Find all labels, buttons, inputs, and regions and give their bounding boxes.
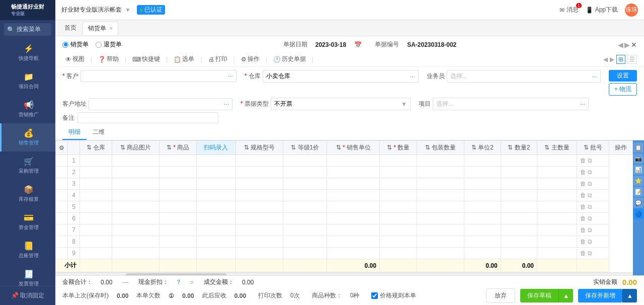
delete-row-icon[interactable]: 🗑 bbox=[580, 250, 586, 257]
copy-row-icon[interactable]: ⧉ bbox=[588, 226, 592, 234]
delete-row-icon[interactable]: 🗑 bbox=[580, 226, 586, 234]
th-gear[interactable]: ⚙ bbox=[56, 141, 68, 155]
data-cell[interactable] bbox=[283, 248, 327, 259]
data-cell[interactable] bbox=[417, 155, 464, 167]
th-product-sort[interactable]: ⇅ bbox=[167, 144, 172, 151]
data-cell[interactable] bbox=[283, 190, 327, 201]
history-btn[interactable]: 🕐 历史单据 bbox=[270, 54, 309, 64]
data-cell[interactable] bbox=[159, 201, 197, 213]
sidebar-item-quick-nav[interactable]: ⚡ 快捷导航 bbox=[0, 39, 55, 67]
data-cell[interactable] bbox=[537, 213, 577, 224]
data-cell[interactable] bbox=[537, 155, 577, 167]
sidebar-item-marketing[interactable]: 📢 营销推广 bbox=[0, 95, 55, 123]
data-cell[interactable] bbox=[417, 248, 464, 259]
operate-btn[interactable]: ⚙ 操作 bbox=[238, 54, 263, 64]
data-cell[interactable] bbox=[112, 178, 159, 190]
project-ellipsis[interactable]: ··· bbox=[580, 101, 585, 108]
data-cell[interactable] bbox=[283, 155, 327, 167]
warehouse-input[interactable]: 小卖仓库 ··· bbox=[263, 70, 419, 83]
th-main-qty-sort[interactable]: ⇅ bbox=[544, 144, 549, 151]
data-cell[interactable] bbox=[417, 178, 464, 190]
th-quantity-sort[interactable]: ⇅ bbox=[387, 144, 392, 151]
data-cell[interactable] bbox=[501, 155, 537, 167]
data-cell[interactable] bbox=[464, 155, 501, 167]
data-cell[interactable] bbox=[159, 213, 197, 224]
data-cell[interactable] bbox=[537, 167, 577, 178]
data-cell[interactable] bbox=[197, 236, 235, 248]
data-cell[interactable] bbox=[159, 236, 197, 248]
radio-return[interactable]: 退货单 bbox=[96, 40, 122, 49]
data-cell[interactable] bbox=[197, 213, 235, 224]
data-cell[interactable] bbox=[501, 167, 537, 178]
data-cell[interactable] bbox=[537, 236, 577, 248]
shortcut-btn[interactable]: ⌨ 快捷键 bbox=[129, 54, 163, 64]
delete-row-icon[interactable]: 🗑 bbox=[580, 157, 586, 164]
cancel-pin-button[interactable]: 📌 取消固定 bbox=[4, 289, 51, 302]
memo-input[interactable] bbox=[77, 112, 218, 123]
data-cell[interactable] bbox=[112, 190, 159, 201]
data-cell[interactable] bbox=[379, 248, 417, 259]
data-cell[interactable] bbox=[159, 190, 197, 201]
data-cell[interactable] bbox=[464, 236, 501, 248]
data-cell[interactable] bbox=[197, 155, 235, 167]
data-cell[interactable] bbox=[80, 236, 112, 248]
data-cell[interactable] bbox=[197, 201, 235, 213]
tab-sale-order[interactable]: 销货单 × bbox=[83, 22, 118, 35]
data-cell[interactable] bbox=[417, 236, 464, 248]
data-cell[interactable] bbox=[197, 178, 235, 190]
data-cell[interactable] bbox=[417, 190, 464, 201]
data-cell[interactable] bbox=[112, 201, 159, 213]
data-cell[interactable] bbox=[501, 201, 537, 213]
data-cell[interactable] bbox=[464, 201, 501, 213]
data-cell[interactable] bbox=[417, 167, 464, 178]
data-cell[interactable] bbox=[464, 190, 501, 201]
copy-row-icon[interactable]: ⧉ bbox=[588, 215, 592, 222]
data-cell[interactable] bbox=[159, 178, 197, 190]
data-cell[interactable] bbox=[112, 236, 159, 248]
copy-row-icon[interactable]: ⧉ bbox=[588, 238, 592, 245]
list-view-icon[interactable]: ☰ bbox=[627, 55, 637, 64]
data-cell[interactable] bbox=[197, 248, 235, 259]
data-cell[interactable] bbox=[283, 167, 327, 178]
sidebar-item-account[interactable]: 📒 总账管理 bbox=[0, 236, 55, 264]
data-cell[interactable] bbox=[235, 248, 283, 259]
right-panel-icon-5[interactable]: 📝 bbox=[633, 187, 643, 197]
data-cell[interactable] bbox=[537, 190, 577, 201]
ticket-select[interactable]: 不开票 ▼ bbox=[271, 98, 411, 110]
data-cell[interactable] bbox=[327, 167, 379, 178]
data-cell[interactable] bbox=[283, 213, 327, 224]
data-cell[interactable] bbox=[417, 213, 464, 224]
data-cell[interactable] bbox=[501, 248, 537, 259]
data-cell[interactable] bbox=[235, 155, 283, 167]
data-cell[interactable] bbox=[327, 190, 379, 201]
sidebar-item-project[interactable]: 📁 项目合同 bbox=[0, 67, 55, 95]
radio-sale[interactable]: 销货单 bbox=[62, 40, 89, 49]
data-cell[interactable] bbox=[501, 213, 537, 224]
data-cell[interactable] bbox=[379, 190, 417, 201]
data-cell[interactable] bbox=[417, 224, 464, 236]
right-panel-icon-7[interactable]: 🔵 bbox=[633, 209, 643, 219]
doc-tab-detail[interactable]: 明细 bbox=[62, 125, 87, 140]
delete-row-icon[interactable]: 🗑 bbox=[580, 169, 586, 176]
save-new-dropdown-button[interactable]: ▲ bbox=[622, 289, 637, 302]
sidebar-item-invoice[interactable]: 🧾 发票管理 bbox=[0, 264, 55, 286]
data-cell[interactable] bbox=[327, 224, 379, 236]
data-cell[interactable] bbox=[379, 167, 417, 178]
data-cell[interactable] bbox=[112, 248, 159, 259]
data-cell[interactable] bbox=[417, 201, 464, 213]
data-cell[interactable] bbox=[197, 167, 235, 178]
data-cell[interactable] bbox=[235, 236, 283, 248]
th-spec-sort[interactable]: ⇅ bbox=[244, 144, 249, 151]
data-cell[interactable] bbox=[501, 224, 537, 236]
data-cell[interactable] bbox=[159, 224, 197, 236]
data-cell[interactable] bbox=[197, 190, 235, 201]
print-btn[interactable]: 🖨 打印 bbox=[205, 54, 230, 64]
data-cell[interactable] bbox=[327, 155, 379, 167]
tab-home[interactable]: 首页 bbox=[60, 22, 80, 34]
address-ellipsis[interactable]: ··· bbox=[224, 101, 229, 108]
customer-ellipsis[interactable]: ··· bbox=[228, 72, 233, 80]
data-cell[interactable] bbox=[537, 248, 577, 259]
data-cell[interactable] bbox=[235, 190, 283, 201]
right-panel-icon-4[interactable]: ⭐ bbox=[633, 176, 643, 186]
copy-row-icon[interactable]: ⧉ bbox=[588, 180, 592, 187]
